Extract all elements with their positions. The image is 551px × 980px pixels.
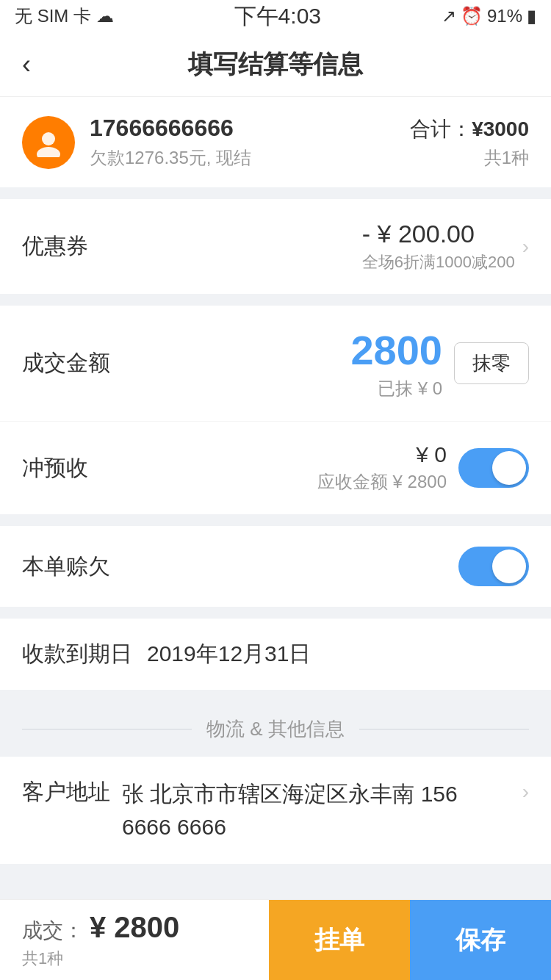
customer-row: 17666666666 欠款1276.35元, 现结 合计：¥3000 共1种 [0, 97, 551, 187]
debt-row: 本单赊欠 [0, 526, 551, 607]
amount-section: 成交金额 2800 已抹 ¥ 0 抹零 冲预收 ¥ 0 应收金额 ¥ 2800 [0, 306, 551, 514]
coupon-description: 全场6折满1000减200 [362, 251, 515, 273]
divider-line-left [22, 729, 192, 729]
footer-deal: 成交： ¥ 2800 [22, 911, 247, 945]
nav-bar: ‹ 填写结算等信息 [0, 32, 551, 97]
content: 17666666666 欠款1276.35元, 现结 合计：¥3000 共1种 … [0, 97, 551, 964]
footer-deal-label: 成交： [22, 917, 84, 945]
footer-info: 成交： ¥ 2800 共1种 [0, 911, 269, 970]
status-bar: 无 SIM 卡 ☁ 下午4:03 ↗ ⏰ 91% ▮ [0, 0, 551, 32]
pre-collect-toggle[interactable] [458, 448, 529, 488]
due-date-label: 收款到期日 [22, 639, 132, 669]
footer-count: 共1种 [22, 948, 247, 970]
wipe-sub: 已抹 ¥ 0 [350, 377, 442, 400]
pre-amount: ¥ 0 应收金额 ¥ 2800 [317, 442, 447, 494]
footer: 成交： ¥ 2800 共1种 挂单 保存 [0, 899, 551, 980]
coupon-right: - ¥ 200.00 全场6折满1000减200 › [362, 220, 529, 273]
divider-line-right [359, 729, 529, 729]
deal-amount-label: 成交金额 [22, 348, 110, 378]
due-date-value: 2019年12月31日 [147, 639, 311, 669]
chevron-right-icon: › [522, 235, 529, 259]
item-count: 共1种 [410, 146, 529, 170]
sim-label: 无 SIM 卡 ☁ [15, 4, 114, 28]
status-time: 下午4:03 [234, 1, 321, 32]
debt-toggle[interactable] [458, 547, 529, 586]
wipe-button[interactable]: 抹零 [454, 342, 529, 384]
save-button[interactable]: 保存 [410, 900, 551, 981]
location-icon: ↗ [442, 6, 456, 26]
customer-left: 17666666666 欠款1276.35元, 现结 [22, 115, 251, 170]
battery-text: 91% [487, 6, 522, 26]
battery-icon: ▮ [527, 6, 536, 26]
pre-sub: 应收金额 ¥ 2800 [317, 470, 447, 494]
address-row[interactable]: 客户地址 张 北京市市辖区海淀区永丰南 156 6666 6666 › [0, 757, 551, 864]
customer-phone: 17666666666 [90, 115, 251, 142]
coupon-row[interactable]: 优惠券 - ¥ 200.00 全场6折满1000减200 › [0, 199, 551, 294]
total-label: 合计：¥3000 [410, 115, 529, 143]
status-left: 无 SIM 卡 ☁ [15, 4, 114, 28]
coupon-discount: - ¥ 200.00 [362, 220, 515, 248]
alarm-icon: ⏰ [461, 6, 483, 26]
address-chevron-icon: › [522, 780, 529, 804]
customer-right: 合计：¥3000 共1种 [410, 115, 529, 170]
svg-point-1 [37, 147, 60, 157]
customer-owe: 欠款1276.35元, 现结 [90, 146, 251, 170]
pre-value: ¥ 0 [317, 442, 447, 467]
avatar [22, 116, 75, 169]
pre-collect-row: 冲预收 ¥ 0 应收金额 ¥ 2800 [0, 422, 551, 514]
address-label: 客户地址 [22, 777, 110, 807]
logistics-label: 物流 & 其他信息 [206, 716, 345, 742]
svg-point-0 [42, 132, 55, 145]
due-date-row: 收款到期日 2019年12月31日 [0, 619, 551, 690]
deal-amount-right: 2800 已抹 ¥ 0 抹零 [350, 326, 529, 400]
customer-info: 17666666666 欠款1276.35元, 现结 [90, 115, 251, 170]
logistics-divider: 物流 & 其他信息 [0, 702, 551, 757]
debt-label: 本单赊欠 [22, 552, 110, 582]
pre-collect-label: 冲预收 [22, 453, 88, 483]
coupon-label: 优惠券 [22, 231, 88, 262]
address-value: 张 北京市市辖区海淀区永丰南 156 6666 6666 [122, 777, 511, 843]
status-right: ↗ ⏰ 91% ▮ [442, 6, 536, 26]
footer-deal-amount: ¥ 2800 [90, 911, 179, 944]
deal-amount-row: 成交金额 2800 已抹 ¥ 0 抹零 [0, 306, 551, 422]
hold-button[interactable]: 挂单 [269, 900, 410, 981]
amount-value: 2800 [350, 326, 442, 374]
page-title: 填写结算等信息 [188, 48, 363, 82]
pre-collect-right: ¥ 0 应收金额 ¥ 2800 [317, 442, 529, 494]
back-button[interactable]: ‹ [15, 42, 38, 87]
